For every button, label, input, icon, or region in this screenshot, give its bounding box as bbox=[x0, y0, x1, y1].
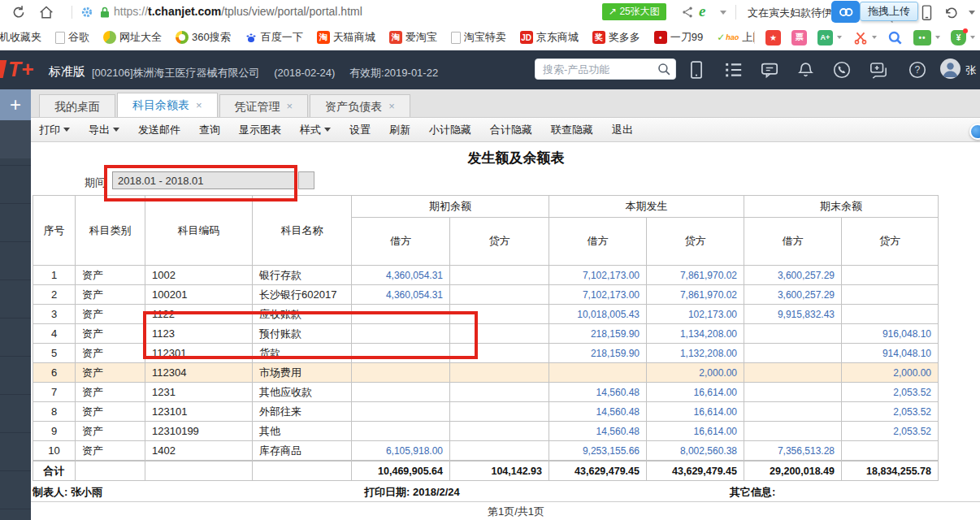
product-search-box[interactable] bbox=[535, 58, 676, 80]
current-debit-cell[interactable]: 14,560.48 bbox=[549, 383, 647, 402]
shield-extension-icon[interactable]: ¥ bbox=[951, 30, 966, 46]
address-url[interactable]: https://t.chanjet.com/tplus/view/portal/… bbox=[114, 5, 362, 18]
current-credit-cell[interactable]: 8,002,560.38 bbox=[647, 441, 744, 461]
current-credit-cell[interactable]: 16,614.00 bbox=[647, 383, 744, 402]
tab-balance-sheet[interactable]: 资产负债表× bbox=[310, 94, 410, 117]
opening-debit-cell[interactable]: 4,360,054.31 bbox=[352, 285, 450, 305]
closing-credit-cell[interactable]: 916,048.10 bbox=[842, 324, 939, 344]
sidebar-item[interactable] bbox=[0, 120, 31, 158]
phone-support-icon[interactable] bbox=[833, 61, 851, 79]
bookmark-google[interactable]: 谷歌 bbox=[55, 30, 89, 45]
period-dropdown-button[interactable] bbox=[298, 171, 314, 189]
chevron-down-icon[interactable] bbox=[872, 36, 877, 39]
opening-debit-cell[interactable]: 6,105,918.00 bbox=[352, 441, 450, 461]
toolbar-hide-drill-button[interactable]: 联查隐藏 bbox=[551, 123, 593, 137]
closing-credit-cell[interactable]: 2,053.52 bbox=[842, 402, 939, 422]
tab-close-icon[interactable]: × bbox=[287, 96, 293, 117]
current-debit-cell[interactable]: 218,159.90 bbox=[549, 324, 647, 344]
mobile-view-icon[interactable] bbox=[920, 5, 934, 20]
task-list-icon[interactable] bbox=[725, 61, 743, 79]
undo-icon[interactable] bbox=[944, 6, 959, 20]
ssl-lock-icon[interactable] bbox=[98, 6, 113, 20]
gear-icon[interactable] bbox=[80, 6, 95, 20]
translate-extension-icon[interactable]: A+ bbox=[817, 30, 833, 46]
current-credit-cell[interactable]: 16,614.00 bbox=[647, 402, 744, 422]
bookmark-baidu[interactable]: 百度一下 bbox=[245, 30, 303, 45]
period-input[interactable] bbox=[112, 171, 295, 189]
toolbar-hide-total-button[interactable]: 合计隐藏 bbox=[490, 123, 532, 137]
bookmark-jd[interactable]: JD京东商城 bbox=[520, 30, 579, 45]
bookmark-mobile-favorites[interactable]: 手机收藏夹 bbox=[0, 30, 41, 45]
closing-debit-cell[interactable]: 3,600,257.29 bbox=[744, 266, 842, 285]
tab-close-icon[interactable]: × bbox=[196, 93, 202, 117]
mobile-app-icon[interactable] bbox=[688, 61, 706, 79]
search-icon[interactable] bbox=[657, 63, 671, 76]
floating-service-button[interactable] bbox=[969, 124, 980, 140]
tab-account-balance[interactable]: 科目余额表× bbox=[117, 93, 218, 117]
chevron-down-icon[interactable] bbox=[970, 36, 975, 39]
chevron-down-icon[interactable] bbox=[837, 36, 842, 39]
magnifier-extension-icon[interactable] bbox=[887, 30, 903, 46]
current-credit-cell[interactable]: 16,614.00 bbox=[647, 422, 744, 441]
toolbar-send-mail-button[interactable]: 发送邮件 bbox=[138, 123, 180, 137]
toolbar-refresh-button[interactable]: 刷新 bbox=[389, 123, 410, 137]
closing-debit-cell[interactable]: 3,600,257.29 bbox=[744, 285, 842, 305]
scissors-extension-icon[interactable] bbox=[852, 30, 868, 46]
current-debit-cell[interactable]: 14,560.48 bbox=[549, 422, 647, 441]
bookmark-aitaobao[interactable]: 淘爱淘宝 bbox=[389, 30, 437, 45]
toolbar-show-chart-button[interactable]: 显示图表 bbox=[239, 123, 281, 137]
bookmark-tmall[interactable]: 淘天猫商城 bbox=[317, 30, 375, 45]
chevron-down-icon[interactable] bbox=[935, 36, 940, 39]
chevron-down-icon[interactable] bbox=[720, 11, 726, 15]
current-debit-cell[interactable]: 7,102,173.00 bbox=[549, 266, 647, 285]
ie-mode-icon[interactable]: e bbox=[699, 2, 705, 20]
closing-credit-cell[interactable]: 2,053.52 bbox=[842, 383, 939, 402]
toolbar-exit-button[interactable]: 退出 bbox=[612, 123, 633, 137]
current-debit-cell[interactable]: 10,018,005.43 bbox=[549, 305, 647, 324]
closing-debit-cell[interactable]: 9,915,832.43 bbox=[744, 305, 842, 324]
current-credit-cell[interactable]: 7,861,970.02 bbox=[647, 266, 744, 285]
tab-voucher-mgmt[interactable]: 凭证管理× bbox=[219, 94, 309, 117]
bookmark-yidao99[interactable]: •一刀99 bbox=[654, 30, 703, 45]
left-sidebar[interactable] bbox=[0, 89, 31, 520]
current-credit-cell[interactable]: 2,000.00 bbox=[647, 363, 744, 383]
current-credit-cell[interactable]: 1,134,208.00 bbox=[647, 324, 744, 344]
reload-icon[interactable] bbox=[11, 5, 26, 20]
opening-debit-cell[interactable]: 4,360,054.31 bbox=[352, 266, 450, 285]
sidebar-add-button[interactable]: + bbox=[0, 89, 31, 120]
upload-extension-icon[interactable] bbox=[831, 1, 860, 23]
message-icon[interactable] bbox=[761, 61, 778, 79]
closing-debit-cell[interactable]: 7,356,513.28 bbox=[744, 441, 842, 461]
avatar[interactable] bbox=[940, 58, 960, 79]
toolbar-print-button[interactable]: 打印 bbox=[39, 123, 70, 137]
current-credit-cell[interactable]: 102,173.00 bbox=[647, 305, 744, 324]
toolbar-settings-button[interactable]: 设置 bbox=[349, 123, 371, 137]
bookmark-taobao-sale[interactable]: 淘宝特卖 bbox=[451, 30, 506, 45]
current-debit-cell[interactable]: 9,253,155.66 bbox=[549, 441, 647, 461]
tab-my-desktop[interactable]: 我的桌面 bbox=[39, 94, 115, 117]
trophy-extension-icon[interactable]: ★ bbox=[765, 30, 781, 46]
gamepad-extension-icon[interactable]: •• bbox=[913, 30, 931, 46]
bookmark-wangzhi-daquan[interactable]: 网址大全 bbox=[103, 30, 162, 45]
bookmark-jiangduoduo[interactable]: 奖奖多多 bbox=[592, 30, 640, 45]
toolbar-query-button[interactable]: 查询 bbox=[199, 123, 220, 137]
ticket-extension-icon[interactable]: 票 bbox=[791, 30, 807, 46]
toolbar-hide-subtotal-button[interactable]: 小计隐藏 bbox=[429, 123, 471, 137]
toolbar-export-button[interactable]: 导出 bbox=[89, 123, 119, 137]
home-icon[interactable] bbox=[39, 5, 54, 20]
help-icon[interactable]: ? bbox=[908, 61, 926, 79]
share-icon[interactable] bbox=[681, 6, 696, 20]
current-debit-cell[interactable]: 7,102,173.00 bbox=[549, 285, 647, 305]
big-images-badge[interactable]: ↗ 25张大图 bbox=[602, 3, 666, 20]
user-name[interactable]: 张 bbox=[965, 63, 976, 78]
closing-credit-cell[interactable]: 2,053.52 bbox=[842, 422, 939, 441]
bookmark-360-search[interactable]: 360搜索 bbox=[176, 30, 231, 45]
current-credit-cell[interactable]: 1,132,208.00 bbox=[647, 344, 744, 363]
closing-credit-cell[interactable]: 914,048.10 bbox=[842, 344, 939, 363]
chevron-down-icon[interactable] bbox=[969, 11, 975, 15]
current-debit-cell[interactable]: 14,560.48 bbox=[549, 402, 647, 422]
closing-credit-cell[interactable]: 2,000.00 bbox=[842, 363, 939, 383]
current-credit-cell[interactable]: 7,861,970.02 bbox=[647, 285, 744, 305]
feedback-chat-icon[interactable] bbox=[869, 61, 887, 79]
current-debit-cell[interactable]: 218,159.90 bbox=[549, 344, 647, 363]
